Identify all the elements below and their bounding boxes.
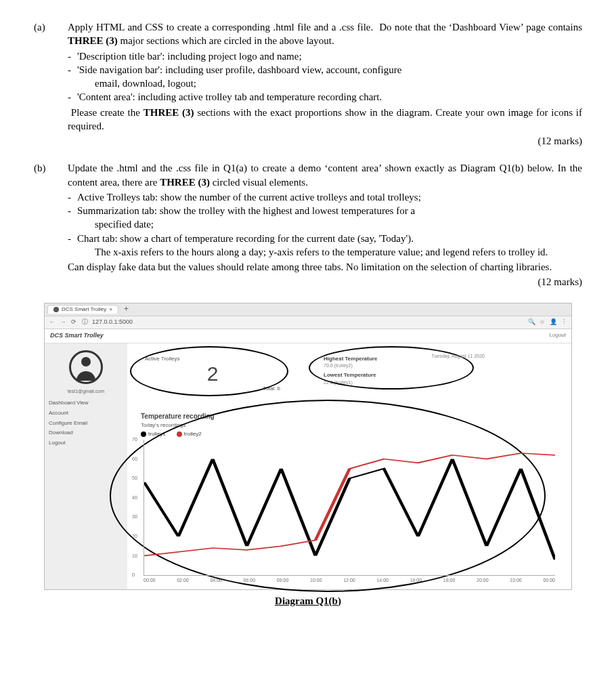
summary-card: Tuesday, August 11 2020 Highest Temperat… <box>315 350 487 391</box>
search-icon[interactable]: 🔍 <box>528 318 535 326</box>
qb-item-2-cont: specified date; <box>68 217 582 231</box>
active-count: 2 <box>145 364 280 384</box>
browser-addressbar: ← → ⟳ ⓘ 127.0.0.1:5000 🔍 ☆ 👤 ⋮ <box>45 316 571 329</box>
sidebar-item-configure[interactable]: Configure Email <box>49 419 123 429</box>
qb-closing: Can display fake data but the values sho… <box>68 260 582 274</box>
tab-title: DCS Smart Trolley <box>62 306 106 314</box>
sidebar: test1@gmail.com Dashboard View Account C… <box>45 343 127 589</box>
chart-plot: 70 60 50 40 30 20 10 0 <box>144 440 555 576</box>
lowest-temp-value: 22.0 (trolley1) <box>324 379 479 385</box>
diagram-screenshot: DCS Smart Trolley × + ← → ⟳ ⓘ 127.0.0.1:… <box>44 303 572 608</box>
legend-swatch-2 <box>177 431 182 437</box>
sidebar-item-logout[interactable]: Logout <box>49 438 123 448</box>
sidebar-item-dashboard[interactable]: Dashboard View <box>49 398 123 408</box>
new-tab-button[interactable]: + <box>121 303 131 314</box>
star-icon[interactable]: ☆ <box>539 318 546 326</box>
back-icon[interactable]: ← <box>49 318 56 326</box>
legend-swatch-1 <box>141 431 146 437</box>
favicon-icon <box>53 307 59 312</box>
browser-tab[interactable]: DCS Smart Trolley × <box>47 305 118 314</box>
chart-svg <box>144 440 555 575</box>
qb-item-1: Active Trolleys tab: show the number of … <box>77 190 582 204</box>
active-label: Active Trolleys <box>145 356 280 363</box>
question-b: (b) Update the .html and the .css file i… <box>34 161 582 289</box>
active-total: Total: 6 <box>145 385 280 393</box>
qa-label: (a) <box>34 20 68 148</box>
qb-body: Update the .html and the .css file in Q1… <box>68 161 582 289</box>
content-area: Active Trolleys 2 Total: 6 Tuesday, Augu… <box>127 343 571 589</box>
forward-icon[interactable]: → <box>60 318 66 326</box>
qb-list: -Active Trolleys tab: show the number of… <box>68 190 582 259</box>
sidebar-item-account[interactable]: Account <box>49 408 123 419</box>
summary-date: Tuesday, August 11 2020 <box>431 353 485 359</box>
question-a: (a) Apply HTML and CSS to create a corre… <box>34 20 582 148</box>
info-icon: ⓘ <box>81 318 88 326</box>
chart-legend: trolley1 trolley2 <box>141 431 558 438</box>
qa-item-3: 'Content area': including active trolley… <box>77 90 582 104</box>
diagram-caption: Diagram Q1(b) <box>44 594 572 608</box>
browser-window: DCS Smart Trolley × + ← → ⟳ ⓘ 127.0.0.1:… <box>44 303 572 590</box>
app-brand: DCS Smart Trolley <box>50 331 104 339</box>
qa-item-1: 'Description title bar': including proje… <box>77 49 582 63</box>
qb-marks: (12 marks) <box>68 275 582 289</box>
reload-icon[interactable]: ⟳ <box>70 318 77 326</box>
legend-item-2: trolley2 <box>177 431 202 438</box>
qb-item-3: Chart tab: show a chart of temperature r… <box>77 232 582 245</box>
qa-item-2: 'Side navigation bar': including user pr… <box>77 63 582 77</box>
qb-intro: Update the .html and the .css file in Q1… <box>68 161 582 189</box>
qa-item-2-cont: email, download, logout; <box>68 77 582 90</box>
avatar-icon <box>69 350 103 384</box>
menu-icon[interactable]: ⋮ <box>560 318 567 326</box>
tab-close-icon[interactable]: × <box>109 306 112 314</box>
qa-body: Apply HTML and CSS to create a correspon… <box>68 20 582 148</box>
logout-link[interactable]: Logout <box>550 332 566 339</box>
active-trolleys-card: Active Trolleys 2 Total: 6 <box>137 350 288 399</box>
qb-label: (b) <box>34 161 68 289</box>
url-text[interactable]: 127.0.0.1:5000 <box>92 318 133 326</box>
legend-item-1: trolley1 <box>141 431 166 438</box>
qa-instruction: Please create the THREE (3) sections wit… <box>68 106 582 133</box>
qa-marks: (12 marks) <box>68 134 582 148</box>
lowest-temp-label: Lowest Temperature <box>324 372 479 379</box>
user-email: test1@gmail.com <box>49 388 123 394</box>
qb-item-2: Summarization tab: show the trolley with… <box>77 204 582 217</box>
profile-icon[interactable]: 👤 <box>550 318 556 326</box>
browser-tabbar: DCS Smart Trolley × + <box>45 303 571 316</box>
app-main: test1@gmail.com Dashboard View Account C… <box>45 343 571 589</box>
chart-title: Temperature recording <box>141 412 558 421</box>
app-titlebar: DCS Smart Trolley Logout <box>45 329 571 343</box>
sidebar-item-download[interactable]: Download <box>49 428 123 438</box>
highest-temp-value: 70.0 (trolley2) <box>324 362 479 368</box>
chart-xaxis: 00:0002:0004:0006:0008:0010:0012:0014:00… <box>144 577 555 583</box>
qb-item-3-cont: The x-axis refers to the hours along a d… <box>68 245 582 259</box>
chart-card: Temperature recording Today's recordings… <box>137 408 562 585</box>
qa-list: -'Description title bar': including proj… <box>68 49 582 104</box>
qa-intro: Apply HTML and CSS to create a correspon… <box>68 20 582 48</box>
chart-subtitle: Today's recordings <box>141 422 558 429</box>
